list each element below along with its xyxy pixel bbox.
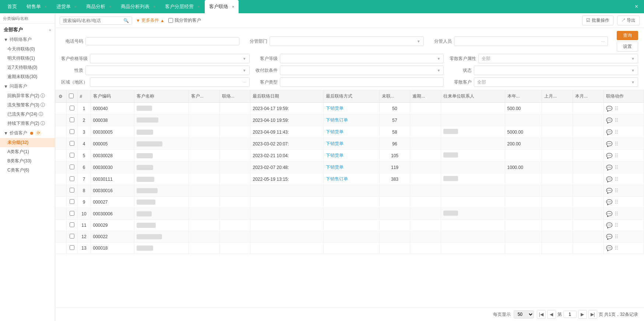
row-checkbox[interactable]	[66, 173, 77, 185]
settings-column-header[interactable]: ⚙	[55, 90, 66, 103]
sidebar-group-problem[interactable]: ▼ 问题客户	[0, 81, 55, 91]
sidebar-item-lost[interactable]: 已流失客户(24) ⓘ	[0, 110, 55, 119]
close-product-list-tab[interactable]: ×	[153, 4, 155, 9]
filter-search-input[interactable]	[63, 18, 122, 23]
sidebar-item-today[interactable]: 今天待联络(0)	[0, 45, 55, 54]
last-contact-date-column-header[interactable]: 最后联络日期	[250, 90, 323, 103]
price-level-select[interactable]: ▼	[90, 54, 250, 63]
grid-icon[interactable]: ⠿	[615, 153, 618, 159]
last-contact-method-column-header[interactable]: 最后联络方式	[323, 90, 379, 103]
filter-search-icon[interactable]: 🔍	[123, 18, 129, 23]
message-icon[interactable]: 💬	[606, 234, 612, 240]
message-icon[interactable]: 💬	[606, 106, 612, 112]
tab-purchase[interactable]: 进货单 ×	[52, 0, 81, 13]
contact-column-header[interactable]: 联络...	[219, 90, 250, 103]
this-year-column-header[interactable]: 本年...	[505, 90, 542, 103]
row-checkbox[interactable]	[66, 208, 77, 220]
checkbox-column-header[interactable]	[66, 90, 77, 103]
grid-icon[interactable]: ⠿	[615, 222, 618, 228]
message-icon[interactable]: 💬	[606, 222, 612, 228]
type-column-header[interactable]: 客户...	[189, 90, 219, 103]
manager-select[interactable]: ···	[454, 36, 608, 46]
payment-select[interactable]: ▼	[280, 66, 444, 75]
nature-select[interactable]: ▼	[85, 66, 250, 75]
retail-customer-select[interactable]: 全部 ▼	[474, 77, 638, 87]
page-input[interactable]	[563, 311, 577, 318]
prev-page-button[interactable]: ◀	[547, 310, 556, 319]
last-page-button[interactable]: ▶|	[588, 310, 597, 319]
reset-button[interactable]: 设置	[617, 42, 638, 52]
export-button[interactable]: ↗ 导出	[617, 15, 640, 25]
row-checkbox[interactable]	[66, 114, 77, 126]
sidebar-group-value[interactable]: ▼ 价值客户 ⟳	[0, 128, 55, 138]
row-checkbox[interactable]	[66, 162, 77, 173]
row-checkbox[interactable]	[66, 126, 77, 138]
next-page-button[interactable]: ▶	[578, 310, 587, 319]
message-icon[interactable]: 💬	[606, 165, 612, 170]
no-contact-column-header[interactable]: 未联...	[379, 90, 410, 103]
first-page-button[interactable]: |◀	[537, 310, 546, 319]
customer-level-select[interactable]: ▼	[280, 54, 444, 63]
sidebar-item-overdue[interactable]: 逾期未联络(30)	[0, 72, 55, 81]
tab-customer-segment[interactable]: 客户分层经营 ×	[161, 0, 204, 13]
customer-type-select[interactable]	[280, 77, 444, 87]
select-all-checkbox[interactable]	[69, 94, 74, 98]
sidebar-item-abnormal[interactable]: 回购异常客户(2) ⓘ	[0, 91, 55, 100]
tab-sales[interactable]: 销售单 ×	[22, 0, 51, 13]
row-checkbox[interactable]	[66, 150, 77, 162]
grid-icon[interactable]: ⠿	[615, 245, 618, 251]
region-select[interactable]: ···	[90, 77, 250, 87]
row-checkbox[interactable]	[66, 185, 77, 197]
sidebar-item-a-class[interactable]: A类客户(1)	[0, 147, 55, 156]
window-close-button[interactable]: ×	[632, 3, 641, 10]
grid-icon[interactable]: ⠿	[615, 141, 618, 147]
close-product-analysis-tab[interactable]: ×	[109, 4, 111, 9]
per-page-select[interactable]: 50 20 100	[514, 310, 534, 318]
last-month-column-header[interactable]: 上月...	[542, 90, 573, 103]
message-icon[interactable]: 💬	[606, 117, 612, 123]
close-customer-segment-tab[interactable]: ×	[197, 4, 200, 9]
dept-select[interactable]: ▼	[270, 36, 423, 46]
name-column-header[interactable]: 客户名称	[134, 90, 189, 103]
close-customer-contact-tab[interactable]: ×	[232, 4, 234, 9]
grid-icon[interactable]: ⠿	[615, 211, 618, 217]
row-checkbox[interactable]	[66, 138, 77, 150]
tab-customer-contact[interactable]: 客户联络 ×	[205, 0, 239, 13]
batch-operation-button[interactable]: ☑ 批量操作	[582, 15, 613, 25]
sidebar-item-churn-risk[interactable]: 流失预警客户(3) ⓘ	[0, 100, 55, 110]
more-conditions-button[interactable]: ▼ 更多条件 ▲	[136, 17, 165, 24]
sidebar-collapse-icon[interactable]: «	[49, 28, 51, 32]
row-checkbox[interactable]	[66, 103, 77, 114]
message-icon[interactable]: 💬	[606, 129, 612, 135]
code-column-header[interactable]: 客户编码	[91, 90, 134, 103]
message-icon[interactable]: 💬	[606, 211, 612, 217]
message-icon[interactable]: 💬	[606, 188, 612, 194]
grid-icon[interactable]: ⠿	[615, 165, 618, 170]
sidebar-item-ungraded[interactable]: 未分组(32)	[0, 138, 55, 147]
this-month-column-header[interactable]: 本月...	[573, 90, 604, 103]
close-purchase-tab[interactable]: ×	[74, 4, 77, 9]
sidebar-search-input[interactable]	[3, 16, 54, 21]
sidebar-item-declining[interactable]: 持续下滑客户(2) ⓘ	[0, 119, 55, 128]
grid-icon[interactable]: ⠿	[615, 129, 618, 135]
tab-product-analysis[interactable]: 商品分析 ×	[82, 0, 116, 13]
my-customers-checkbox[interactable]	[168, 18, 173, 23]
retail-attr-select[interactable]: 全部 ▼	[478, 54, 638, 63]
sidebar-item-b-class[interactable]: B类客户(33)	[0, 156, 55, 166]
grid-icon[interactable]: ⠿	[615, 106, 618, 112]
tab-home[interactable]: 首页	[3, 0, 21, 13]
message-icon[interactable]: 💬	[606, 176, 612, 182]
unit-contact-column-header[interactable]: 往来单位联系人	[441, 90, 505, 103]
overdue-column-header[interactable]: 逾期...	[410, 90, 441, 103]
phone-input[interactable]	[85, 37, 239, 45]
grid-icon[interactable]: ⠿	[615, 117, 618, 123]
grid-icon[interactable]: ⠿	[615, 199, 618, 205]
message-icon[interactable]: 💬	[606, 153, 612, 159]
sidebar-item-c-class[interactable]: C类客户(6)	[0, 166, 55, 175]
message-icon[interactable]: 💬	[606, 245, 612, 251]
message-icon[interactable]: 💬	[606, 199, 612, 205]
query-button[interactable]: 查询	[617, 31, 638, 40]
grid-icon[interactable]: ⠿	[615, 188, 618, 194]
close-sales-tab[interactable]: ×	[45, 4, 47, 9]
grid-icon[interactable]: ⠿	[615, 234, 618, 240]
